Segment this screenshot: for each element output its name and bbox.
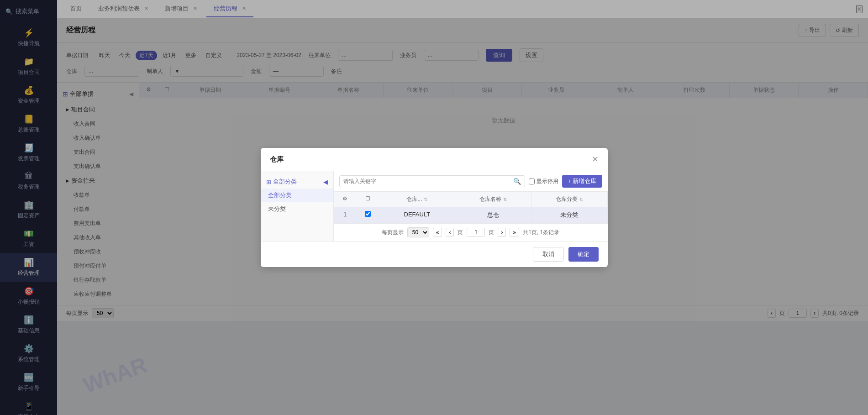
dialog-category-1[interactable]: 未分类 [261, 202, 333, 216]
dialog-settings-col[interactable]: ⚙ [334, 192, 357, 207]
row-settings-cell: 1 [334, 207, 357, 223]
warehouse-dialog: 仓库 ✕ ⊞ 全部分类 ◀ 全部分类未分类 [261, 148, 608, 267]
category-header-icons: ◀ [323, 179, 328, 185]
dialog-right-panel: 🔍 显示停用 + 新增仓库 ⚙ ☐ [334, 171, 608, 241]
dialog-prev-page-btn[interactable]: ‹ [446, 228, 454, 237]
col-category-label: 仓库分类 [556, 195, 578, 203]
dialog-toolbar: 🔍 显示停用 + 新增仓库 [334, 171, 608, 192]
dialog-table-header: ⚙ ☐ 仓库... ⇅ 仓库名称 ⇅ 仓库分类 [334, 192, 608, 207]
dialog-confirm-button[interactable]: 确定 [568, 247, 599, 262]
dialog-left-panel: ⊞ 全部分类 ◀ 全部分类未分类 [261, 171, 334, 241]
dialog-check-all-col[interactable]: ☐ [357, 192, 379, 207]
add-warehouse-button[interactable]: + 新增仓库 [562, 175, 602, 188]
col-name-label: 仓库名称 [479, 195, 501, 203]
dialog-title: 仓库 [270, 155, 284, 164]
all-categories-label: 全部分类 [273, 178, 297, 186]
dialog-category-0[interactable]: 全部分类 [261, 189, 333, 202]
dialog-pagination: 每页显示 50 « ‹ 页 页 › » 共1页, 1条记录 [334, 223, 608, 241]
dialog-search-input[interactable] [343, 178, 514, 184]
row-category-cell: 未分类 [531, 207, 608, 223]
dialog-search-box[interactable]: 🔍 [339, 175, 526, 187]
dialog-col-category: 仓库分类 ⇅ [531, 192, 608, 207]
dialog-category-header[interactable]: ⊞ 全部分类 ◀ [261, 175, 333, 189]
dialog-page-num-label: 页 [458, 229, 463, 236]
dialog-categories: 全部分类未分类 [261, 189, 333, 216]
dialog-search-icon: 🔍 [513, 178, 521, 185]
dialog-page-label2: 页 [489, 229, 494, 236]
dialog-col-code: 仓库... ⇅ [379, 192, 456, 207]
row-code-cell: DEFAULT [379, 207, 456, 223]
col-code-label: 仓库... [406, 195, 422, 203]
dialog-table-row[interactable]: 1 DEFAULT 总仓 未分类 [334, 207, 608, 223]
dialog-close-button[interactable]: ✕ [592, 154, 599, 164]
show-disabled-checkbox[interactable]: 显示停用 [529, 178, 558, 185]
row-check-cell[interactable] [357, 207, 379, 223]
show-disabled-check[interactable] [529, 179, 535, 184]
dialog-next-page-btn[interactable]: › [498, 228, 506, 237]
row-name-cell: 总仓 [455, 207, 531, 223]
dialog-last-page-btn[interactable]: » [510, 228, 519, 237]
collapse-category-icon[interactable]: ◀ [323, 179, 328, 185]
col-category-sort[interactable]: ⇅ [579, 197, 583, 202]
dialog-footer: 取消 确定 [261, 241, 608, 267]
dialog-page-input[interactable] [467, 228, 485, 237]
show-disabled-label: 显示停用 [537, 178, 558, 185]
grid-icon-small: ⊞ [266, 179, 271, 185]
dialog-cancel-button[interactable]: 取消 [533, 247, 564, 262]
dialog-per-page-label: 每页显示 [382, 229, 404, 236]
dialog-body: ⊞ 全部分类 ◀ 全部分类未分类 🔍 [261, 171, 608, 241]
dialog-total-label: 共1页, 1条记录 [523, 229, 559, 236]
dialog-table: ⚙ ☐ 仓库... ⇅ 仓库名称 ⇅ 仓库分类 [334, 192, 608, 223]
dialog-header: 仓库 ✕ [261, 148, 608, 171]
row-checkbox[interactable] [365, 211, 371, 217]
category-header-label: ⊞ 全部分类 [266, 178, 297, 186]
dialog-first-page-btn[interactable]: « [433, 228, 442, 237]
dialog-per-page-select[interactable]: 50 [407, 227, 429, 237]
col-name-sort[interactable]: ⇅ [503, 197, 507, 202]
dialog-col-name: 仓库名称 ⇅ [455, 192, 531, 207]
col-code-sort[interactable]: ⇅ [424, 197, 427, 202]
dialog-overlay: 仓库 ✕ ⊞ 全部分类 ◀ 全部分类未分类 [0, 0, 868, 415]
